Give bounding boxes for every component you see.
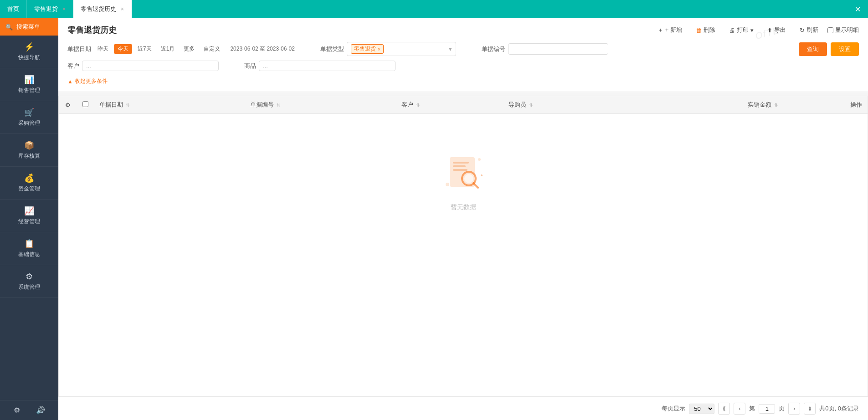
add-label: + 新增 [665, 26, 682, 34]
page-number-input[interactable] [759, 404, 775, 414]
per-page-select[interactable]: 10 20 50 100 [689, 404, 714, 414]
tab-home-label: 首页 [7, 5, 19, 13]
th-amount-sort-icon: ⇅ [774, 102, 778, 108]
date-opt-today[interactable]: 今天 [114, 44, 132, 54]
filter-area: 单据日期 昨天 今天 近7天 近1月 更多 自定义 2023-06-02 至 2… [67, 42, 859, 92]
sidebar-search[interactable]: 🔍 搜索菜单 [0, 18, 58, 36]
pagination-prev-button[interactable]: ‹ [734, 403, 745, 415]
delete-icon: 🗑 [696, 27, 702, 34]
sidebar-item-purchase-mgmt[interactable]: 🛒 采购管理 [0, 101, 58, 134]
content-area: 零售退货历史 ＋ + 新增 🗑 删除 🖨 打印 ▾ [58, 18, 868, 420]
sidebar-item-base-info[interactable]: 📋 基础信息 [0, 232, 58, 265]
svg-point-8 [446, 183, 449, 186]
empty-state: 暂无数据 [59, 114, 868, 248]
sidebar-item-sales-label: 销售管理 [18, 87, 40, 94]
goods-label: 商品 [244, 62, 256, 70]
th-guide[interactable]: 导购员 ⇅ [503, 96, 632, 114]
show-detail-checkbox-label[interactable]: 显示明细 [827, 26, 859, 34]
tab-retail-return-label: 零售退货 [34, 5, 58, 13]
toolbar: ＋ + 新增 🗑 删除 🖨 打印 ▾ ⬆ 导出 [653, 24, 859, 36]
doc-type-tag-value: 零售退货 [354, 45, 376, 53]
table-body: 暂无数据 [59, 114, 868, 248]
tab-retail-return-close[interactable]: × [62, 6, 66, 12]
add-button[interactable]: ＋ + 新增 [653, 24, 687, 36]
tab-retail-return-history-close[interactable]: × [121, 6, 124, 12]
th-settings[interactable]: ⚙ [59, 96, 77, 114]
customer-filter: 客户 ... [67, 61, 219, 71]
th-customer-sort-icon: ⇅ [416, 102, 420, 108]
print-button[interactable]: 🖨 打印 ▾ [724, 24, 758, 36]
table-empty-row: 暂无数据 [59, 114, 868, 248]
tab-retail-return-history-label: 零售退货历史 [81, 5, 116, 13]
collapse-button[interactable]: ▲ 收起更多条件 [67, 77, 859, 85]
customer-placeholder: ... [86, 62, 91, 69]
page-header: 零售退货历史 ＋ + 新增 🗑 删除 🖨 打印 ▾ [58, 18, 868, 92]
sidebar-item-finance[interactable]: 💰 资金管理 [0, 167, 58, 200]
pagination-last-button[interactable]: ⟫ [804, 403, 816, 415]
date-filter-label: 单据日期 [67, 45, 91, 53]
th-amount[interactable]: 实销金额 ⇅ [632, 96, 783, 114]
date-opt-1month[interactable]: 近1月 [157, 44, 179, 54]
inventory-icon: 📦 [24, 140, 34, 150]
tab-retail-return[interactable]: 零售退货 × [27, 0, 73, 18]
doc-type-tag-remove[interactable]: × [378, 46, 380, 52]
doc-type-chevron-icon: ▾ [449, 46, 452, 52]
sales-icon: 📊 [24, 75, 34, 85]
th-action-label: 操作 [850, 101, 862, 108]
th-doc-number[interactable]: 单据编号 ⇅ [245, 96, 395, 114]
sidebar-item-operations-label: 经营管理 [18, 218, 40, 225]
table-settings-icon[interactable]: ⚙ [65, 102, 71, 108]
svg-point-9 [481, 174, 483, 176]
doc-type-label: 单据类型 [320, 45, 344, 53]
base-info-icon: 📋 [24, 239, 34, 249]
doc-type-select[interactable]: 零售退货 × ▾ [347, 42, 456, 56]
sidebar-item-sys-mgmt-label: 系统管理 [18, 283, 40, 291]
date-options: 昨天 今天 近7天 近1月 更多 自定义 [94, 44, 224, 54]
search-icon: 🔍 [5, 24, 13, 31]
doc-number-input[interactable] [508, 43, 608, 55]
th-checkbox[interactable] [77, 96, 94, 114]
sidebar-item-inventory[interactable]: 📦 库存核算 [0, 134, 58, 167]
th-doc-number-label: 单据编号 [250, 101, 274, 108]
tab-home[interactable]: 首页 [0, 0, 27, 18]
date-opt-yesterday[interactable]: 昨天 [94, 44, 112, 54]
collapse-label: 收起更多条件 [75, 77, 108, 85]
select-all-checkbox[interactable] [82, 101, 88, 107]
sidebar-settings-icon[interactable]: ⚙ [14, 406, 20, 415]
refresh-icon: ↻ [800, 27, 805, 34]
goods-placeholder: ... [263, 62, 268, 69]
sidebar-item-sys-mgmt[interactable]: ⚙ 系统管理 [0, 265, 58, 298]
svg-rect-3 [453, 169, 467, 171]
th-amount-label: 实销金额 [748, 101, 771, 108]
sidebar-item-quick-nav[interactable]: ⚡ 快捷导航 [0, 36, 58, 68]
window-close-button[interactable]: ✕ [847, 5, 868, 14]
pagination-first-button[interactable]: ⟪ [718, 403, 730, 415]
svg-rect-1 [453, 162, 469, 164]
customer-label: 客户 [67, 62, 79, 70]
query-button[interactable]: 查询 [799, 42, 827, 56]
sidebar-item-operations[interactable]: 📈 经营管理 [0, 200, 58, 232]
sidebar-bottom: ⚙ 🔊 [0, 400, 58, 420]
pagination-bar: 每页显示 10 20 50 100 ⟪ ‹ 第 页 › ⟫ 共0页, 0条记录 [58, 397, 868, 420]
delete-button[interactable]: 🗑 删除 [691, 24, 720, 36]
delete-label: 删除 [704, 26, 715, 34]
date-opt-custom[interactable]: 自定义 [200, 44, 224, 54]
th-doc-date[interactable]: 单据日期 ⇅ [94, 96, 245, 114]
show-detail-checkbox[interactable] [827, 27, 833, 33]
date-opt-7days[interactable]: 近7天 [134, 44, 155, 54]
pagination-next-button[interactable]: › [788, 403, 800, 415]
sidebar-item-sales-mgmt[interactable]: 📊 销售管理 [0, 68, 58, 101]
th-doc-date-sort-icon: ⇅ [126, 102, 129, 108]
th-customer[interactable]: 客户 ⇅ [396, 96, 503, 114]
data-table-wrapper: ⚙ 单据日期 ⇅ 单据编号 ⇅ [58, 96, 868, 397]
refresh-button[interactable]: ↻ 刷新 [795, 24, 823, 36]
tab-retail-return-history[interactable]: 零售退货历史 × [73, 0, 132, 18]
sidebar-volume-icon[interactable]: 🔊 [36, 406, 45, 415]
th-doc-date-label: 单据日期 [99, 101, 123, 108]
export-button[interactable]: ⬆ 导出 [763, 24, 791, 36]
pagination-total: 共0页, 0条记录 [819, 405, 859, 413]
page-label: 第 [749, 405, 755, 413]
date-opt-more[interactable]: 更多 [180, 44, 198, 54]
empty-state-text: 暂无数据 [451, 203, 476, 211]
setting-button[interactable]: 设置 [831, 42, 859, 56]
